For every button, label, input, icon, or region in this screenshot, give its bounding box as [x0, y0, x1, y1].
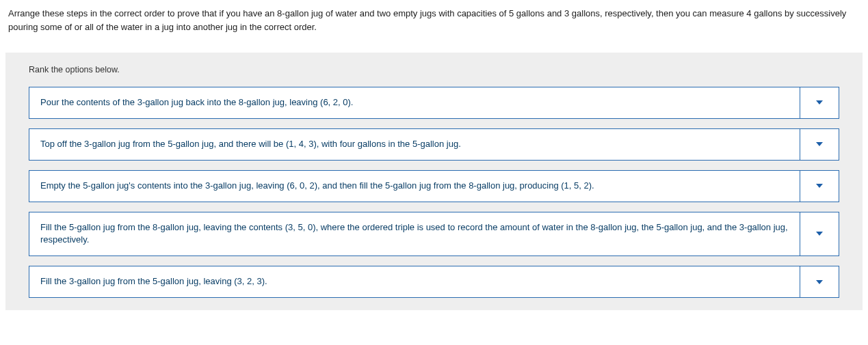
caret-down-icon [816, 232, 823, 236]
rank-item-dropdown[interactable] [800, 266, 839, 297]
rank-container: Rank the options below. Pour the content… [5, 53, 863, 310]
rank-item[interactable]: Pour the contents of the 3-gallon jug ba… [29, 87, 839, 119]
caret-down-icon [816, 184, 823, 188]
rank-prompt: Rank the options below. [29, 65, 839, 74]
rank-item-dropdown[interactable] [800, 171, 839, 202]
rank-item-text: Top off the 3-gallon jug from the 5-gall… [29, 129, 800, 160]
caret-down-icon [816, 100, 823, 105]
rank-item-dropdown[interactable] [800, 129, 839, 160]
rank-item-text: Fill the 3-gallon jug from the 5-gallon … [29, 266, 800, 297]
rank-item-text: Empty the 5-gallon jug's contents into t… [29, 171, 800, 202]
caret-down-icon [816, 142, 823, 146]
rank-item[interactable]: Fill the 3-gallon jug from the 5-gallon … [29, 266, 839, 298]
rank-item[interactable]: Empty the 5-gallon jug's contents into t… [29, 170, 839, 202]
rank-item-dropdown[interactable] [800, 87, 839, 118]
caret-down-icon [816, 280, 823, 284]
rank-item-dropdown[interactable] [800, 212, 839, 256]
rank-item-text: Pour the contents of the 3-gallon jug ba… [29, 87, 800, 118]
question-text: Arrange these steps in the correct order… [0, 0, 868, 38]
rank-item[interactable]: Fill the 5-gallon jug from the 8-gallon … [29, 212, 839, 257]
rank-item-text: Fill the 5-gallon jug from the 8-gallon … [29, 212, 800, 256]
rank-item[interactable]: Top off the 3-gallon jug from the 5-gall… [29, 128, 839, 161]
